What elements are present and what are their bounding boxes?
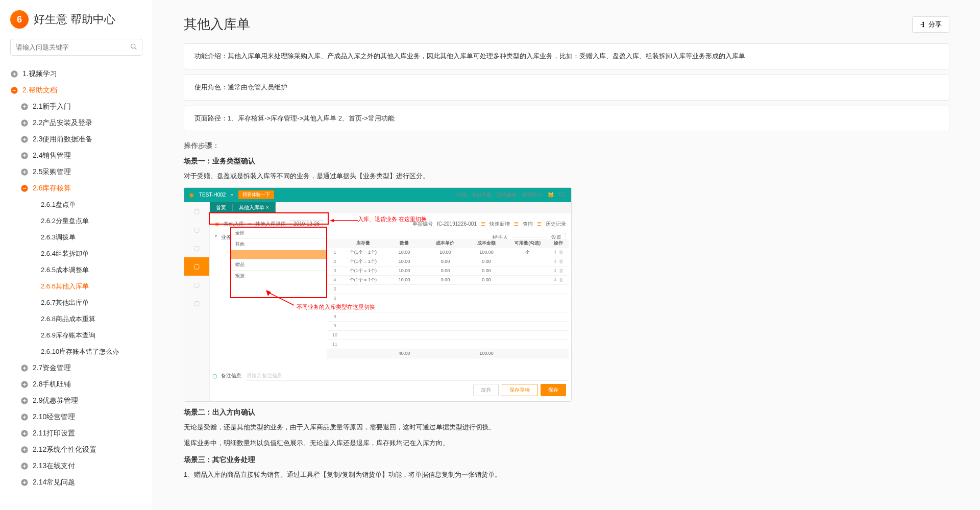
- nav-label: 2.8手机旺铺: [33, 380, 71, 389]
- sidebar-item[interactable]: 2.6.9库存账本查询: [10, 327, 142, 344]
- sidebar-item[interactable]: 2.10经营管理: [10, 409, 142, 425]
- sidebar-item[interactable]: 2.6.8商品成本重算: [10, 311, 142, 327]
- sc-main: ◉其他入库 ○其他入库退库 2019-12-26 单据编号 IC-2019122…: [210, 213, 571, 401]
- sc-docno: IC-20191226-001: [437, 221, 477, 227]
- sc-footer: 放弃 保存草稿 保存: [473, 384, 566, 396]
- plus-circle-icon: [20, 168, 29, 176]
- sidebar-item[interactable]: 2.6.4组装拆卸单: [10, 246, 142, 262]
- sc-tb2: 历史记录: [546, 221, 566, 228]
- nav-label: 2.3使用前数据准备: [33, 135, 92, 144]
- sidebar-item[interactable]: 2.4销售管理: [10, 148, 142, 164]
- info-role: 使用角色：通常由仓管人员维护: [184, 75, 949, 101]
- sc-header-btn: 我要体验一下: [238, 190, 274, 199]
- nav-label: 2.10经营管理: [33, 412, 75, 422]
- sidebar: 6 好生意 帮助中心 1.视频学习2.帮助文档2.1新手入门2.2产品安装及登录…: [0, 0, 153, 510]
- plus-circle-icon: [20, 478, 29, 487]
- plus-circle-icon: [20, 103, 29, 111]
- nav-label: 2.4销售管理: [33, 151, 71, 160]
- info-path: 页面路径：1、库存核算->库存管理->其他入库单 2、首页->常用功能: [184, 106, 949, 132]
- sc-redbox-1: [209, 212, 329, 225]
- sidebar-item[interactable]: 2.6.3调拨单: [10, 229, 142, 246]
- nav-label: 2.6.5成本调整单: [41, 265, 89, 275]
- sidebar-item[interactable]: 2.6.6其他入库单: [10, 278, 142, 295]
- search-icon[interactable]: [130, 43, 137, 52]
- sidebar-header: 6 好生意 帮助中心: [10, 10, 142, 29]
- nav-label: 2.6.3调拨单: [41, 233, 76, 242]
- sidebar-item[interactable]: 1.视频学习: [10, 66, 142, 82]
- sc-remark-label: 备注信息: [221, 372, 241, 379]
- role-text: 通常由仓管人员维护: [228, 83, 287, 91]
- nav-label: 2.6.9库存账本查询: [41, 331, 95, 340]
- sc-side-icon: ▢: [184, 294, 209, 312]
- nav-label: 1.视频学习: [22, 69, 57, 79]
- sidebar-item[interactable]: 2.9优惠券管理: [10, 393, 142, 409]
- sc-dd-3: 赠品: [231, 259, 326, 271]
- svg-line-1: [135, 47, 137, 50]
- nav-label: 2.6.2分量盘点单: [41, 216, 89, 226]
- sc-btn-draft: 保存草稿: [502, 384, 537, 396]
- nav-label: 2.6库存核算: [33, 184, 71, 193]
- sidebar-item[interactable]: 2.7资金管理: [10, 360, 142, 376]
- nav-label: 2.6.6其他入库单: [41, 282, 89, 291]
- nav-label: 2.11打印设置: [33, 429, 75, 438]
- plus-circle-icon: [20, 364, 29, 372]
- sc-btn-cancel: 放弃: [473, 384, 499, 396]
- plus-circle-icon: [20, 462, 29, 470]
- svg-line-20: [268, 293, 294, 305]
- sc-dd-2: [231, 250, 326, 259]
- svg-marker-19: [330, 219, 334, 222]
- share-button[interactable]: 分享: [912, 16, 949, 33]
- steps-section: 操作步骤： 场景一：业务类型确认 对于受赠、盘盈或是拆装入库等不同的业务，是通过…: [184, 141, 949, 480]
- sidebar-item[interactable]: 2.5采购管理: [10, 164, 142, 180]
- nav-label: 2.9优惠券管理: [33, 396, 78, 405]
- page-header: 其他入库单 分享: [184, 15, 949, 33]
- sidebar-item[interactable]: 2.13在线支付: [10, 458, 142, 474]
- sidebar-title: 好生意 帮助中心: [34, 12, 115, 27]
- plus-circle-icon: [20, 397, 29, 405]
- sc-header-r1: App下载: [472, 191, 492, 199]
- sc-tb0: 快速新增: [489, 221, 510, 228]
- info-intro: 功能介绍：其他入库单用来处理除采购入库、产成品入库之外的其他入库业务，因此其他入…: [184, 43, 949, 69]
- nav-label: 2.12系统个性化设置: [33, 445, 96, 454]
- table-row: 2个(1个 = 1个)10.000.000.00⬇ 🗑: [327, 257, 569, 266]
- sc-side-icon: ▢: [184, 202, 209, 221]
- sidebar-item[interactable]: 2.6.10库存账本错了怎么办: [10, 344, 142, 360]
- nav-label: 2.5采购管理: [33, 167, 71, 177]
- table-row: 3个(1个 = 1个)10.000.000.00⬇ 🗑: [327, 266, 569, 276]
- sc-header: ◉ TEST-H002 ▾ 我要体验一下 消息 App下载 流程服务 帮助中心 …: [184, 188, 571, 202]
- sidebar-item[interactable]: 2.6.2分量盘点单: [10, 213, 142, 229]
- search-input[interactable]: [10, 39, 142, 56]
- sidebar-item[interactable]: 2.14常见问题: [10, 474, 142, 491]
- sidebar-item[interactable]: 2.6.5成本调整单: [10, 262, 142, 278]
- sidebar-item[interactable]: 2.11打印设置: [10, 425, 142, 442]
- scene2-title: 场景二：出入方向确认: [184, 408, 949, 417]
- sc-dd-1: 其他: [231, 239, 326, 250]
- sc-redbox-2: 全部 其他 赠品 报损: [230, 227, 327, 298]
- nav-label: 2.7资金管理: [33, 363, 71, 373]
- sc-tab-1: 其他入库单 ×: [233, 204, 276, 211]
- sidebar-item[interactable]: 2.6.1盘点单: [10, 197, 142, 213]
- sidebar-item[interactable]: 2.8手机旺铺: [10, 376, 142, 393]
- sidebar-item[interactable]: 2.3使用前数据准备: [10, 131, 142, 148]
- path-text: 1、库存核算->库存管理->其他入库单 2、首页->常用功能: [228, 114, 395, 122]
- sc-tb1: 查询: [523, 221, 533, 228]
- sc-btn-save: 保存: [541, 384, 566, 396]
- scene3-desc: 1、赠品入库的商品直接转为销售。通过工具栏【复制/复制为销货单】功能，将单据信息…: [184, 469, 949, 480]
- plus-circle-icon: [20, 119, 29, 127]
- sidebar-item[interactable]: 2.2产品安装及登录: [10, 115, 142, 131]
- sidebar-item[interactable]: 2.1新手入门: [10, 99, 142, 115]
- steps-label: 操作步骤：: [184, 141, 949, 151]
- sidebar-item[interactable]: 2.6.7其他出库单: [10, 295, 142, 311]
- plus-circle-icon: [20, 446, 29, 454]
- role-label: 使用角色：: [194, 83, 228, 91]
- sidebar-item[interactable]: 2.12系统个性化设置: [10, 442, 142, 458]
- sidebar-item[interactable]: 2.帮助文档: [10, 82, 142, 99]
- nav-label: 2.6.10库存账本错了怎么办: [41, 347, 119, 356]
- sc-side-icon: ▢: [184, 276, 209, 294]
- nav-tree: 1.视频学习2.帮助文档2.1新手入门2.2产品安装及登录2.3使用前数据准备2…: [10, 66, 142, 491]
- nav-label: 2.2产品安装及登录: [33, 118, 92, 128]
- sidebar-item[interactable]: 2.6库存核算: [10, 180, 142, 197]
- scene2-desc1: 无论是受赠，还是其他类型的业务，由于入库商品质量等原因，需要退回，这时可通过单据…: [184, 421, 949, 433]
- scene2-desc2: 退库业务中，明细数量均以负值红色展示。无论是入库还是退库，库存账均记在入库方向。: [184, 437, 949, 449]
- sc-avatar-icon: 🐱: [548, 192, 554, 198]
